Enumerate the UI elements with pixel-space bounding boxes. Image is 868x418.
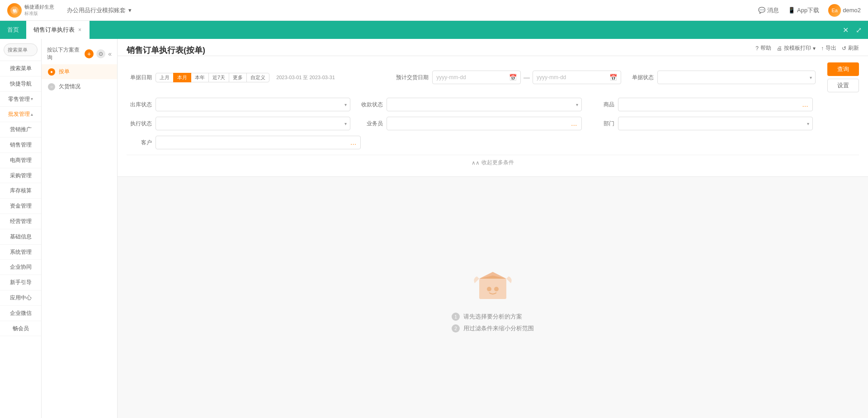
salesman-ellipsis-btn[interactable]: …: [571, 120, 578, 127]
filter-edit-btn[interactable]: ⊙: [96, 49, 105, 58]
search-button[interactable]: 查询: [827, 62, 859, 76]
status-label: 单据状态: [628, 74, 654, 81]
search-row-2: 出库状态 ▾ 收款状态: [127, 98, 859, 111]
sidebar-item-system[interactable]: 系统管理: [0, 245, 41, 260]
sidebar-item-wechat[interactable]: 企业微信: [0, 306, 41, 321]
sidebar-item-sales[interactable]: 销售管理: [0, 138, 41, 153]
setting-button[interactable]: 设置: [827, 79, 859, 92]
logo-sub: 标准版: [24, 10, 54, 17]
collapse-row: ∧∧ 收起更多条件: [127, 155, 859, 170]
date-tab-7days[interactable]: 近7天: [208, 73, 229, 82]
sidebar-item-newbie[interactable]: 新手引导: [0, 275, 41, 290]
svg-point-4: [494, 287, 499, 291]
filter-shortage-icon: ○: [48, 83, 55, 90]
filter-item-shortage[interactable]: ○ 欠货情况: [42, 79, 117, 94]
message-btn[interactable]: 💬 消息: [758, 6, 779, 14]
header-app-title: 办公用品行业模拟账套: [67, 6, 126, 14]
nav-right-buttons: ✕ ⤢: [840, 24, 868, 36]
status-select[interactable]: [657, 71, 816, 84]
expected-date-end-placeholder: yyyy-mm-dd: [537, 74, 566, 81]
sidebar-item-purchase[interactable]: 采购管理: [0, 168, 41, 184]
sidebar-item-member[interactable]: 畅会员: [0, 321, 41, 337]
date-tab-last-month[interactable]: 上月: [156, 73, 174, 82]
step-1-text: 请先选择要分析的方案: [463, 313, 522, 321]
date-tab-this-month[interactable]: 本月: [173, 73, 191, 82]
header-left: 畅 畅捷通好生意 标准版 办公用品行业模拟账套 ▾: [7, 3, 132, 18]
user-area[interactable]: Ea demo2: [828, 4, 861, 17]
empty-state: 1 请先选择要分析的方案 2 用过滤条件来缩小分析范围: [118, 177, 868, 418]
salesman-label: 业务员: [358, 120, 383, 128]
header-title[interactable]: 办公用品行业模拟账套 ▾: [67, 6, 132, 14]
page-header-actions: ? 帮助 🖨 按模板打印 ▾ ↑ 导出 ↺ 刷新: [755, 44, 859, 56]
date-tab-this-year[interactable]: 本年: [191, 73, 209, 82]
print-btn[interactable]: 🖨 按模板打印 ▾: [777, 44, 816, 52]
help-btn[interactable]: ? 帮助: [755, 44, 771, 52]
tab-expand-btn[interactable]: ⤢: [853, 24, 864, 36]
search-row-1: 单据日期 上月 本月 本年 近7天 更多 自定义 2023-03-01 至 20…: [127, 62, 859, 92]
sidebar-item-basic-info[interactable]: 基础信息: [0, 229, 41, 245]
expected-date-end[interactable]: yyyy-mm-dd 📅: [533, 71, 621, 84]
sidebar-item-wholesale[interactable]: 批发管理 ▴: [0, 107, 41, 122]
empty-step-1: 1 请先选择要分析的方案: [452, 313, 534, 321]
sidebar-search-input[interactable]: [4, 43, 38, 56]
tab-sales-order[interactable]: 销售订单执行表 ×: [26, 21, 90, 39]
collapse-button[interactable]: ∧∧ 收起更多条件: [472, 159, 514, 166]
refresh-btn[interactable]: ↺ 刷新: [842, 44, 859, 52]
exec-select[interactable]: [156, 117, 350, 130]
date-tabs: 上月 本月 本年 近7天 更多 自定义: [156, 73, 269, 82]
sidebar-item-operations[interactable]: 经营管理: [0, 214, 41, 229]
filter-collapse-btn[interactable]: «: [108, 50, 112, 57]
header-right: 💬 消息 📱 App下载 Ea demo2: [758, 4, 861, 17]
expected-date-label: 预计交货日期: [396, 74, 429, 81]
help-icon: ?: [755, 45, 759, 52]
filter-panel-header: 按以下方案查询 + ⊙ «: [42, 43, 117, 64]
export-btn[interactable]: ↑ 导出: [821, 44, 836, 52]
date-tab-custom[interactable]: 自定义: [246, 73, 269, 82]
date-sep: —: [524, 74, 530, 81]
sidebar-item-retail[interactable]: 零售管理 ▾: [0, 92, 41, 107]
sidebar-item-app-center[interactable]: 应用中心: [0, 290, 41, 306]
filter-add-btn[interactable]: +: [85, 49, 94, 58]
date-tab-more[interactable]: 更多: [229, 73, 247, 82]
main-container: 搜索菜单 快捷导航 零售管理 ▾ 批发管理 ▴ 营销推广 销售管理 电商管理 采…: [0, 39, 868, 418]
sidebar-item-ecommerce[interactable]: 电商管理: [0, 153, 41, 168]
logo-text-area: 畅捷通好生意 标准版: [24, 4, 54, 16]
sidebar-item-search-menu[interactable]: 搜索菜单: [0, 61, 41, 76]
outstock-select-wrapper: ▾: [156, 98, 350, 111]
receive-select[interactable]: [387, 98, 581, 111]
step-1-num: 1: [452, 313, 460, 321]
nav-tabs: 首页 销售订单执行表 × ✕ ⤢: [0, 21, 868, 39]
filter-single-icon: ●: [48, 68, 55, 76]
empty-illustration: [470, 263, 515, 305]
message-icon: 💬: [758, 7, 765, 14]
expected-date-start-placeholder: yyyy-mm-dd: [436, 74, 466, 81]
tab-close-window-btn[interactable]: ✕: [840, 24, 851, 36]
filter-panel-title: 按以下方案查询: [47, 46, 85, 62]
outstock-select[interactable]: [156, 98, 350, 111]
user-name: demo2: [843, 7, 861, 14]
sidebar-item-finance[interactable]: 资金管理: [0, 199, 41, 214]
header-dropdown-icon[interactable]: ▾: [128, 7, 132, 14]
retail-expand-icon: ▾: [31, 96, 33, 102]
filter-item-single[interactable]: ● 按单: [42, 64, 117, 79]
sidebar-item-quick-nav[interactable]: 快捷导航: [0, 76, 41, 92]
dept-field: 部门 ▾: [589, 117, 813, 130]
export-icon: ↑: [821, 45, 824, 52]
customer-label: 客户: [127, 139, 152, 147]
refresh-label: 刷新: [848, 44, 859, 52]
calendar-icon-start: 📅: [509, 74, 517, 81]
sidebar-item-marketing[interactable]: 营销推广: [0, 122, 41, 138]
tab-close-icon[interactable]: ×: [77, 26, 82, 34]
goods-ellipsis-btn[interactable]: …: [802, 101, 809, 108]
dept-label: 部门: [589, 120, 614, 128]
sidebar-item-inventory[interactable]: 库存核算: [0, 183, 41, 199]
dept-select[interactable]: [618, 117, 813, 130]
sidebar-item-enterprise[interactable]: 企业协同: [0, 260, 41, 275]
tab-home[interactable]: 首页: [0, 21, 26, 39]
app-download-btn[interactable]: 📱 App下载: [788, 6, 819, 14]
message-label: 消息: [767, 6, 779, 14]
expected-date-range: yyyy-mm-dd 📅 — yyyy-mm-dd 📅: [432, 71, 621, 84]
search-row-3: 执行状态 ▾ 业务员 …: [127, 117, 859, 130]
expected-date-start[interactable]: yyyy-mm-dd 📅: [432, 71, 521, 84]
customer-ellipsis-btn[interactable]: …: [350, 139, 357, 146]
